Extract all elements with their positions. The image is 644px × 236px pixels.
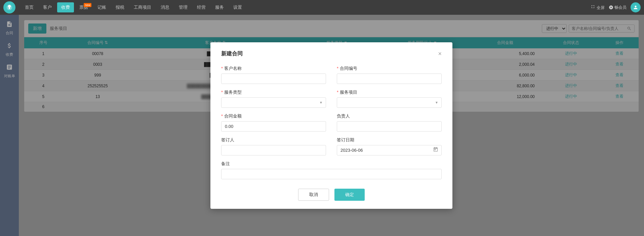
input-remarks[interactable] bbox=[221, 169, 442, 179]
label-responsible: 负责人 bbox=[337, 113, 442, 119]
sidebar: 合同 收费 对账单 bbox=[0, 15, 19, 236]
nav-service[interactable]: 服务 bbox=[211, 2, 228, 12]
logo-icon[interactable] bbox=[3, 1, 15, 13]
label-signer: 签订人 bbox=[221, 137, 326, 143]
fee-icon bbox=[6, 42, 13, 51]
label-contract-amount: 合同金额 bbox=[221, 113, 326, 119]
calendar-icon[interactable] bbox=[433, 147, 438, 153]
input-signer[interactable] bbox=[221, 145, 326, 155]
user-avatar[interactable] bbox=[631, 2, 641, 12]
form-row-amount: 合同金额 0.00 bbox=[221, 113, 326, 132]
fullscreen-button[interactable]: 全屏 bbox=[591, 4, 604, 11]
nav-operation[interactable]: 经营 bbox=[193, 2, 210, 12]
input-sign-date[interactable]: 2023-06-06 bbox=[337, 145, 442, 155]
sidebar-item-label-reconcile: 对账单 bbox=[4, 74, 15, 79]
nav-business[interactable]: 工商项目 bbox=[130, 2, 155, 12]
sidebar-item-fee[interactable]: 收费 bbox=[1, 40, 18, 60]
input-contract-amount[interactable]: 0.00 bbox=[221, 121, 326, 132]
input-customer-name[interactable] bbox=[221, 74, 326, 84]
label-sign-date: 签订日期 bbox=[337, 137, 442, 143]
form-row-service-type: 服务类型 ▼ bbox=[221, 89, 326, 108]
nav-customer[interactable]: 客户 bbox=[39, 2, 56, 12]
modal-footer: 取消 确定 bbox=[221, 189, 442, 201]
main-layout: 合同 收费 对账单 新增 服务项目 进行中 bbox=[0, 15, 644, 236]
nav-home[interactable]: 首页 bbox=[21, 2, 38, 12]
modal-dialog: 新建合同 × 客户名称 合同编号 服务类型 bbox=[210, 42, 452, 209]
label-service-type: 服务类型 bbox=[221, 89, 326, 95]
sidebar-item-label-fee: 收费 bbox=[6, 52, 13, 57]
sign-date-wrapper: 2023-06-06 bbox=[337, 145, 442, 155]
form-row-customer: 客户名称 bbox=[221, 65, 326, 84]
nav-ticket[interactable]: 票据 new bbox=[75, 2, 92, 12]
modal-title: 新建合同 bbox=[221, 50, 243, 57]
nav-bookkeeping[interactable]: 记账 bbox=[93, 2, 110, 12]
modal-header: 新建合同 × bbox=[221, 50, 442, 57]
form-row-responsible: 负责人 bbox=[337, 113, 442, 132]
nav-manage[interactable]: 管理 bbox=[175, 2, 192, 12]
nav-tax[interactable]: 报税 bbox=[112, 2, 128, 12]
form-row-sign-date: 签订日期 2023-06-06 bbox=[337, 137, 442, 155]
top-nav: 首页 客户 收费 票据 new 记账 报税 工商项目 消息 管理 经营 服务 设… bbox=[0, 0, 644, 15]
confirm-button[interactable]: 确定 bbox=[334, 189, 365, 201]
select-service-type[interactable] bbox=[221, 97, 326, 108]
contract-icon bbox=[6, 21, 13, 29]
sidebar-item-reconcile[interactable]: 对账单 bbox=[1, 61, 18, 81]
nav-items: 首页 客户 收费 票据 new 记账 报税 工商项目 消息 管理 经营 服务 设… bbox=[21, 2, 591, 12]
sidebar-item-label-contract: 合同 bbox=[6, 31, 13, 36]
service-item-wrapper: ▼ bbox=[337, 97, 442, 108]
new-badge: new bbox=[84, 3, 91, 7]
member-button[interactable]: 畅会员 bbox=[609, 5, 627, 10]
content-area: 新增 服务项目 进行中 已完成 已取消 bbox=[19, 15, 644, 236]
sidebar-item-contract[interactable]: 合同 bbox=[1, 18, 18, 38]
cancel-button[interactable]: 取消 bbox=[298, 189, 329, 201]
form-row-service-item: 服务项目 ▼ bbox=[337, 89, 442, 108]
modal-close-button[interactable]: × bbox=[438, 51, 442, 57]
nav-message[interactable]: 消息 bbox=[157, 2, 173, 12]
label-customer-name: 客户名称 bbox=[221, 65, 326, 72]
modal-overlay: 新建合同 × 客户名称 合同编号 服务类型 bbox=[19, 15, 644, 236]
nav-right: 全屏 畅会员 bbox=[591, 2, 641, 12]
select-service-item[interactable] bbox=[337, 97, 442, 108]
label-service-item: 服务项目 bbox=[337, 89, 442, 95]
modal-form: 客户名称 合同编号 服务类型 ▼ bbox=[221, 65, 442, 179]
label-remarks: 备注 bbox=[221, 161, 442, 167]
input-contract-no[interactable] bbox=[337, 74, 442, 84]
nav-settings[interactable]: 设置 bbox=[229, 2, 246, 12]
nav-fee[interactable]: 收费 bbox=[57, 2, 74, 12]
form-row-signer: 签订人 bbox=[221, 137, 326, 155]
form-row-contract-no: 合同编号 bbox=[337, 65, 442, 84]
reconcile-icon bbox=[6, 64, 13, 72]
form-row-remarks: 备注 bbox=[221, 161, 442, 179]
input-responsible[interactable] bbox=[337, 121, 442, 132]
service-type-wrapper: ▼ bbox=[221, 97, 326, 108]
label-contract-no: 合同编号 bbox=[337, 65, 442, 72]
